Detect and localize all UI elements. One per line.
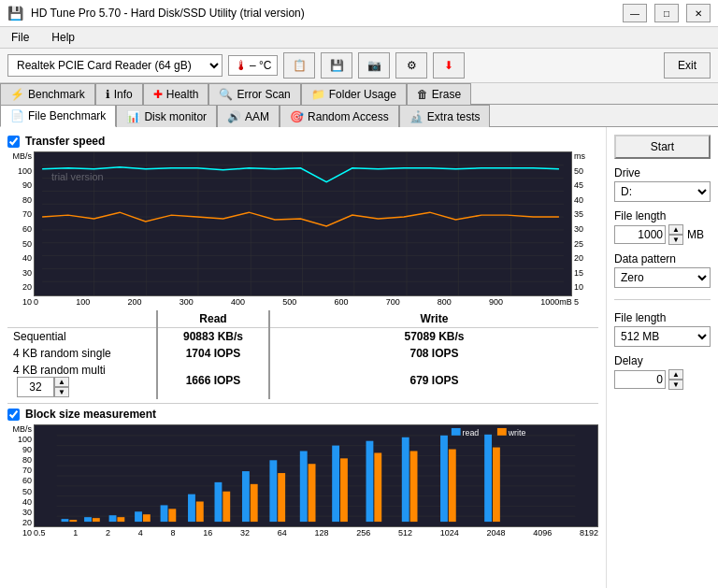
tabs-row-1: ⚡ Benchmark ℹ Info ✚ Health 🔍 Error Scan… bbox=[0, 83, 718, 105]
file-length2-label: File length bbox=[614, 311, 711, 324]
svg-rect-49 bbox=[269, 460, 277, 522]
file-length-up[interactable]: ▲ bbox=[668, 224, 683, 235]
svg-rect-52 bbox=[309, 464, 316, 522]
file-length2-control: File length 512 MB bbox=[614, 311, 711, 347]
transfer-speed-header: Transfer speed bbox=[7, 135, 598, 148]
maximize-btn[interactable]: □ bbox=[654, 4, 679, 22]
divider bbox=[7, 403, 598, 404]
svg-rect-56 bbox=[374, 452, 381, 522]
block-size-title: Block size measurement bbox=[25, 408, 156, 421]
tab-extra-tests[interactable]: 🔬 Extra tests bbox=[399, 105, 491, 127]
tab-erase[interactable]: 🗑 Erase bbox=[407, 83, 471, 105]
svg-rect-50 bbox=[278, 473, 285, 522]
toolbar-btn-2[interactable]: 💾 bbox=[321, 52, 352, 79]
table-row: 4 KB random single 1704 IOPS 708 IOPS bbox=[7, 345, 598, 362]
file-length-down[interactable]: ▼ bbox=[668, 235, 683, 245]
main-content: Transfer speed MB/s 100 90 80 70 60 50 4… bbox=[0, 127, 718, 588]
random-access-icon: 🎯 bbox=[290, 110, 304, 123]
toolbar-btn-5[interactable]: ⬇ bbox=[433, 52, 465, 79]
svg-rect-51 bbox=[300, 451, 308, 522]
multi-value-input[interactable] bbox=[17, 377, 54, 397]
svg-rect-53 bbox=[332, 446, 339, 522]
tab-error-scan[interactable]: 🔍 Error Scan bbox=[208, 83, 300, 105]
block-chart-area: read write bbox=[34, 424, 598, 538]
file-length-input[interactable] bbox=[614, 225, 666, 244]
tab-file-benchmark[interactable]: 📄 File Benchmark bbox=[0, 105, 116, 127]
title-bar: 💾 HD Tune Pro 5.70 - Hard Disk/SSD Utili… bbox=[0, 0, 718, 27]
start-button[interactable]: Start bbox=[614, 135, 711, 159]
data-pattern-select[interactable]: Zero bbox=[614, 267, 711, 288]
block-chart-svg: read write bbox=[34, 424, 598, 527]
file-length2-select[interactable]: 512 MB bbox=[614, 326, 711, 347]
tab-folder-usage[interactable]: 📁 Folder Usage bbox=[301, 83, 407, 105]
tab-info[interactable]: ℹ Info bbox=[95, 83, 143, 105]
svg-rect-48 bbox=[251, 484, 258, 522]
delay-input[interactable] bbox=[614, 370, 666, 389]
x-axis-labels: 0 100 200 300 400 500 600 700 800 900 10… bbox=[34, 297, 572, 307]
tab-health[interactable]: ✚ Health bbox=[143, 83, 209, 105]
toolbar-btn-3[interactable]: 📷 bbox=[358, 52, 390, 79]
svg-rect-40 bbox=[143, 514, 151, 522]
file-length-control: File length ▲ ▼ MB bbox=[614, 209, 711, 245]
block-size-checkbox[interactable] bbox=[7, 409, 20, 421]
multi-spinner[interactable]: ▲ ▼ bbox=[17, 377, 69, 397]
toolbar-btn-1[interactable]: 📋 bbox=[283, 52, 315, 79]
svg-rect-39 bbox=[135, 511, 142, 522]
file-length-label: File length bbox=[614, 209, 711, 222]
svg-text:write: write bbox=[508, 428, 526, 437]
delay-up[interactable]: ▲ bbox=[668, 369, 683, 380]
transfer-speed-checkbox[interactable] bbox=[7, 136, 20, 148]
tab-aam[interactable]: 🔊 AAM bbox=[217, 105, 280, 127]
delay-control: Delay ▲ ▼ bbox=[614, 354, 711, 390]
health-icon: ✚ bbox=[153, 88, 163, 101]
tab-random-access[interactable]: 🎯 Random Access bbox=[280, 105, 399, 127]
svg-rect-58 bbox=[410, 451, 418, 522]
svg-rect-45 bbox=[215, 482, 223, 522]
svg-text:read: read bbox=[463, 428, 480, 437]
tabs-row-2: 📄 File Benchmark 📊 Disk monitor 🔊 AAM 🎯 … bbox=[0, 105, 718, 127]
drive-select[interactable]: D: bbox=[614, 181, 711, 202]
data-pattern-label: Data pattern bbox=[614, 252, 711, 265]
svg-rect-46 bbox=[223, 492, 230, 522]
svg-rect-47 bbox=[242, 471, 250, 522]
svg-rect-42 bbox=[168, 509, 176, 522]
menu-file[interactable]: File bbox=[7, 29, 33, 46]
folder-icon: 📁 bbox=[311, 88, 325, 101]
toolbar-btn-4[interactable]: ⚙ bbox=[395, 52, 427, 79]
transfer-speed-title: Transfer speed bbox=[25, 135, 105, 148]
exit-button[interactable]: Exit bbox=[664, 52, 711, 79]
spinner-up[interactable]: ▲ bbox=[54, 377, 69, 387]
table-row: Sequential 90883 KB/s 57089 KB/s bbox=[7, 328, 598, 346]
thermometer-icon: 🌡 bbox=[235, 58, 248, 73]
app-icon: 💾 bbox=[7, 6, 23, 21]
svg-rect-62 bbox=[493, 448, 500, 523]
svg-rect-33 bbox=[62, 519, 69, 522]
svg-rect-43 bbox=[188, 495, 195, 522]
drive-label: Drive bbox=[614, 166, 711, 179]
svg-rect-60 bbox=[449, 450, 456, 523]
svg-rect-57 bbox=[402, 437, 409, 522]
right-panel: Start Drive D: File length ▲ ▼ MB Data p… bbox=[606, 127, 718, 588]
minimize-btn[interactable]: — bbox=[623, 4, 647, 22]
spinner-down[interactable]: ▼ bbox=[54, 387, 69, 397]
svg-rect-36 bbox=[93, 518, 100, 522]
extra-tests-icon: 🔬 bbox=[409, 110, 424, 123]
svg-rect-31 bbox=[497, 428, 507, 436]
temp-display: 🌡 – °C bbox=[228, 55, 278, 76]
close-btn[interactable]: ✕ bbox=[686, 4, 711, 22]
disk-monitor-icon: 📊 bbox=[126, 110, 140, 123]
tab-benchmark[interactable]: ⚡ Benchmark bbox=[0, 83, 95, 105]
menu-help[interactable]: Help bbox=[48, 29, 79, 46]
block-chart-wrapper: MB/s 100 90 80 70 60 50 40 30 20 10 bbox=[7, 424, 598, 538]
tab-disk-monitor[interactable]: 📊 Disk monitor bbox=[116, 105, 217, 127]
svg-rect-44 bbox=[196, 501, 204, 522]
file-length-unit: MB bbox=[687, 228, 704, 241]
transfer-chart-wrapper: MB/s 100 90 80 70 60 50 40 30 20 10 bbox=[7, 151, 598, 307]
delay-down[interactable]: ▼ bbox=[668, 380, 683, 390]
benchmark-icon: ⚡ bbox=[10, 88, 24, 101]
right-divider bbox=[614, 299, 711, 300]
drive-selector[interactable]: Realtek PCIE Card Reader (64 gB) bbox=[7, 54, 223, 77]
results-table: Read Write Sequential 90883 KB/s 57089 K… bbox=[7, 310, 598, 399]
svg-rect-59 bbox=[440, 436, 448, 522]
file-benchmark-icon: 📄 bbox=[10, 109, 24, 122]
